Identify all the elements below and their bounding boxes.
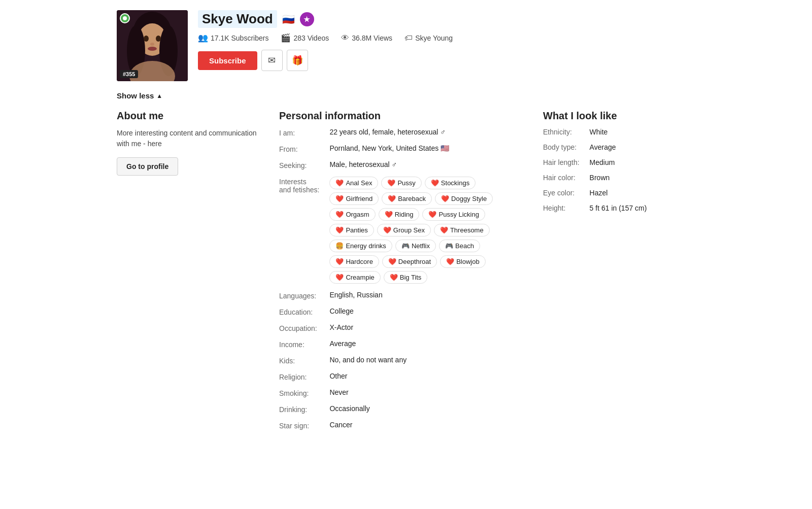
personal-info-grid: I am: 22 years old, female, heterosexual… [279,128,523,430]
tag-label: Beach [455,242,474,250]
videos-count: 283 Videos [293,34,329,42]
tag-label: Netflix [412,242,430,250]
label-income: Income: [279,340,319,349]
interest-tag: 🎮Beach [439,240,480,252]
look-value: 5 ft 61 in (157 cm) [590,204,695,212]
value-from: Pornland, New York, United States 🇺🇸 [329,144,523,152]
tag-label: Threesome [450,226,484,234]
chevron-up-icon: ▲ [156,92,162,99]
interest-tag: ❤️Hardcore [329,255,379,268]
tag-label: Girlfriend [346,195,373,202]
tag-icon: ❤️ [335,226,344,234]
tag-label: Bareback [398,195,426,202]
videos-icon: 🎬 [281,33,291,43]
label-drinking: Drinking: [279,404,319,414]
look-label: Ethnicity: [543,128,580,136]
online-indicator [120,13,130,23]
interest-tag: 🎮Netflix [395,240,436,252]
look-label: Eye color: [543,189,580,197]
stat-views: 👁 36.8M Views [341,33,392,43]
interest-tag: ❤️Doggy Style [435,192,493,205]
tag-icon: ❤️ [383,226,391,234]
tag-icon: 🎮 [401,242,410,250]
subscribers-count: 17.1K Subscribers [211,34,268,42]
label-interests: Interestsand fetishes: [279,177,319,194]
look-value: White [590,128,695,136]
tag-label: Panties [346,226,367,234]
stat-subscribers: 👥 17.1K Subscribers [198,33,268,43]
value-income: Average [329,340,523,348]
tag-icon: ❤️ [388,195,396,202]
tag-icon: 🎮 [445,242,453,250]
interests-tags: ❤️Anal Sex❤️Pussy❤️Stockings❤️Girlfriend… [329,177,523,284]
interest-tag: ❤️Group Sex [377,224,431,236]
show-less-label: Show less [117,91,154,100]
tag-icon: ❤️ [441,195,449,202]
label-star-sign: Star sign: [279,421,319,430]
tag-icon: ❤️ [335,274,344,281]
value-star-sign: Cancer [329,421,523,429]
tag-label: Creampie [346,274,374,281]
message-button[interactable]: ✉ [261,50,283,71]
look-value: Brown [590,174,695,182]
subscribers-icon: 👥 [198,33,208,43]
value-languages: English, Russian [329,291,523,299]
tag-label: Stockings [441,179,469,187]
value-education: College [329,307,523,315]
interest-tag: ❤️Deepthroat [382,255,437,268]
tag-label: Group Sex [393,226,425,234]
tag-icon: ❤️ [335,195,344,202]
tag-label: Energy drinks [346,242,386,250]
look-section: What I look like Ethnicity:WhiteBody typ… [543,110,695,212]
premium-icon: ★ [300,12,314,26]
profile-info: Skye Wood 🇷🇺 ★ 👥 17.1K Subscribers 🎬 283… [198,10,695,71]
look-title: What I look like [543,110,695,122]
value-smoking: Never [329,388,523,396]
profile-stats: 👥 17.1K Subscribers 🎬 283 Videos 👁 36.8M… [198,33,695,43]
interest-tag: ❤️Orgasm [329,208,375,221]
label-kids: Kids: [279,356,319,365]
tag-label: Doggy Style [451,195,487,202]
look-value: Medium [590,158,695,166]
tag-label: Riding [395,211,414,218]
label-occupation: Occupation: [279,323,319,332]
tag-icon: 🍔 [335,242,344,250]
tag-icon: ❤️ [385,211,393,218]
look-label: Hair color: [543,174,580,182]
tag-icon: ❤️ [446,258,454,265]
value-drinking: Occasionally [329,404,523,413]
tag-icon: ❤️ [335,179,344,187]
profile-actions: Subscribe ✉ 🎁 [198,50,695,71]
tag-label: Big Tits [400,274,422,281]
interest-tag: ❤️Blowjob [440,255,486,268]
interest-tag: ❤️Panties [329,224,374,236]
look-value: Average [590,143,695,151]
value-seeking: Male, heterosexual ♂️ [329,160,523,168]
personal-info-title: Personal information [279,110,523,122]
tag-icon: ❤️ [335,211,344,218]
gift-button[interactable]: 🎁 [287,50,308,71]
subscribe-button[interactable]: Subscribe [198,51,257,70]
about-me-text: More interesting content and communicati… [117,128,259,149]
views-icon: 👁 [341,33,349,43]
tag-icon: ❤️ [440,226,448,234]
go-to-profile-button[interactable]: Go to profile [117,157,178,176]
interest-tag: ❤️Anal Sex [329,177,378,189]
page-wrapper: #355 Skye Wood 🇷🇺 ★ 👥 17.1K Subscribers … [101,0,710,440]
label-seeking: Seeking: [279,160,319,169]
stat-network: 🏷 Skye Young [404,33,453,43]
look-grid: Ethnicity:WhiteBody type:AverageHair len… [543,128,695,212]
svg-point-8 [150,43,154,46]
interest-tag: ❤️Stockings [425,177,476,189]
tag-icon: ❤️ [431,179,439,187]
interest-tag: 🍔Energy drinks [329,240,392,252]
interest-tag: ❤️Pussy [381,177,421,189]
rank-badge: #355 [120,70,138,78]
show-less-button[interactable]: Show less ▲ [117,91,162,100]
label-languages: Languages: [279,291,319,300]
tag-icon: ❤️ [387,179,395,187]
look-label: Hair length: [543,158,580,166]
tag-icon: ❤️ [428,211,436,218]
about-me-section: About me More interesting content and co… [117,110,259,176]
value-i-am: 22 years old, female, heterosexual ♂️ [329,128,523,136]
